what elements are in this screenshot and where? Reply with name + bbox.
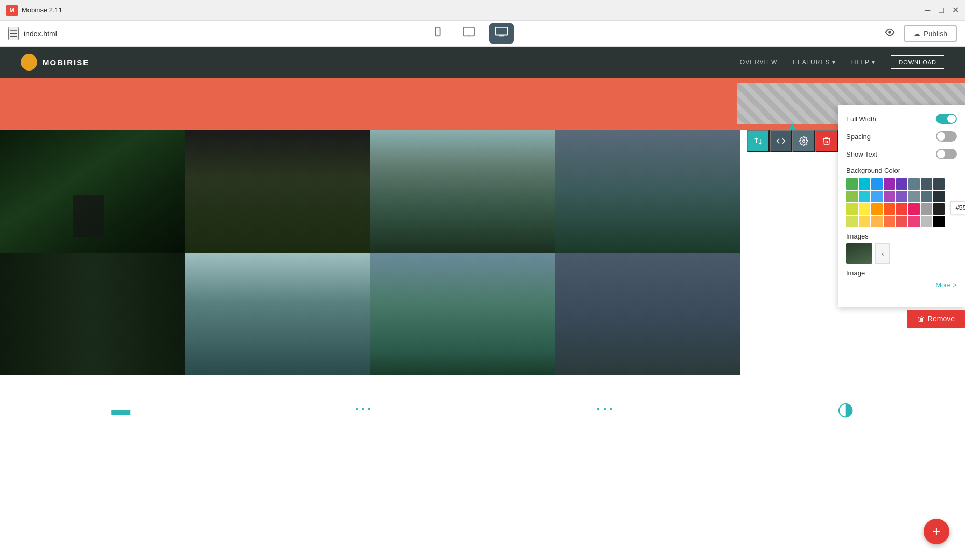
- remove-button[interactable]: 🗑 Remove: [907, 310, 965, 328]
- toolbar-left: ☰ index.html: [8, 27, 57, 40]
- publish-icon: ☁: [913, 30, 920, 38]
- delete-button[interactable]: [815, 130, 838, 152]
- show-text-label: Show Text: [846, 150, 877, 158]
- photo-cell-6: [185, 253, 370, 375]
- site-nav-links: OVERVIEW FEATURES ▾ HELP ▾ DOWNLOAD: [740, 55, 944, 69]
- mobile-view-button[interactable]: [427, 23, 449, 44]
- photo-cell-3: [370, 130, 555, 253]
- images-label: Images: [846, 232, 957, 240]
- color-swatch[interactable]: [859, 216, 870, 227]
- color-swatch[interactable]: [921, 203, 932, 215]
- color-swatch[interactable]: [933, 203, 945, 215]
- below-gallery: ▬ ⋯ ⋯ ◑: [0, 375, 965, 443]
- color-swatch[interactable]: [896, 216, 907, 227]
- fab-add-button[interactable]: +: [924, 519, 949, 544]
- photo-image-8: [555, 253, 740, 375]
- spacing-label: Spacing: [846, 133, 871, 141]
- color-swatch[interactable]: [846, 178, 858, 190]
- color-swatch[interactable]: [859, 178, 870, 190]
- photo-image-3: [370, 130, 555, 253]
- color-swatch[interactable]: [871, 191, 883, 202]
- desktop-view-button[interactable]: [489, 23, 514, 44]
- photo-cell-8: [555, 253, 740, 375]
- color-swatch[interactable]: [846, 216, 858, 227]
- spacing-setting: Spacing: [846, 131, 957, 142]
- show-text-toggle[interactable]: [936, 149, 957, 159]
- color-swatch[interactable]: [846, 203, 858, 215]
- color-swatch[interactable]: [884, 191, 895, 202]
- svg-point-7: [888, 31, 891, 34]
- publish-label: Publish: [924, 30, 947, 38]
- show-text-setting: Show Text: [846, 149, 957, 159]
- teal-icon-4: ◑: [837, 398, 854, 420]
- close-button[interactable]: ✕: [952, 5, 959, 15]
- publish-button[interactable]: ☁ Publish: [904, 25, 957, 42]
- color-swatch[interactable]: [871, 203, 883, 215]
- code-button[interactable]: [770, 130, 792, 152]
- color-swatch[interactable]: [921, 191, 932, 202]
- color-swatch[interactable]: [933, 178, 945, 190]
- svg-point-1: [438, 35, 439, 36]
- photo-image-1: [0, 130, 185, 253]
- window-controls: ─ □ ✕: [925, 5, 959, 15]
- main-toolbar: ☰ index.html ☁ Publish: [0, 21, 965, 47]
- app-logo: M: [6, 5, 18, 16]
- color-swatch[interactable]: [933, 216, 945, 227]
- icon-section-1: ▬: [111, 398, 130, 420]
- color-swatch[interactable]: [908, 178, 920, 190]
- bg-color-section: Background Color: [846, 166, 957, 227]
- color-swatch[interactable]: [884, 216, 895, 227]
- color-swatch[interactable]: [871, 216, 883, 227]
- device-switcher: [427, 23, 514, 44]
- color-swatch[interactable]: [884, 178, 895, 190]
- reorder-button[interactable]: [747, 130, 770, 152]
- color-swatch[interactable]: [908, 216, 920, 227]
- file-name: index.html: [24, 30, 57, 38]
- settings-button[interactable]: [792, 130, 815, 152]
- color-swatch[interactable]: [896, 203, 907, 215]
- nav-download[interactable]: DOWNLOAD: [891, 55, 944, 69]
- nav-help[interactable]: HELP ▾: [851, 59, 875, 66]
- minimize-button[interactable]: ─: [925, 5, 930, 15]
- images-row: ‹: [846, 243, 957, 264]
- color-swatch[interactable]: [859, 203, 870, 215]
- color-swatch[interactable]: [896, 191, 907, 202]
- title-bar-left: M Mobirise 2.11: [6, 5, 62, 16]
- photo-cell-2: [185, 130, 370, 253]
- spacing-toggle[interactable]: [936, 131, 957, 142]
- photo-cell-1: [0, 130, 185, 253]
- color-swatch[interactable]: [884, 203, 895, 215]
- color-swatch[interactable]: [908, 191, 920, 202]
- prev-arrow[interactable]: ‹: [875, 243, 890, 264]
- more-link[interactable]: More >: [846, 281, 957, 289]
- nav-overview[interactable]: OVERVIEW: [740, 59, 777, 66]
- full-width-toggle[interactable]: [936, 114, 957, 124]
- photo-image-4: [555, 130, 740, 253]
- color-swatch[interactable]: [871, 178, 883, 190]
- remove-label: Remove: [928, 315, 955, 323]
- maximize-button[interactable]: □: [939, 5, 944, 15]
- full-width-label: Full Width: [846, 115, 876, 123]
- color-swatch[interactable]: [921, 178, 932, 190]
- teal-icon-3: ⋯: [595, 398, 614, 420]
- photo-gallery-row2: [0, 253, 742, 375]
- teal-icon-2: ⋯: [354, 398, 372, 420]
- image-thumbnail: [846, 243, 872, 264]
- color-swatch[interactable]: [846, 191, 858, 202]
- photo-image-2: [185, 130, 370, 253]
- color-swatch[interactable]: [896, 178, 907, 190]
- photo-image-5: [0, 253, 185, 375]
- nav-features[interactable]: FEATURES ▾: [793, 59, 835, 66]
- hero-section: [0, 78, 965, 130]
- color-swatch[interactable]: [921, 216, 932, 227]
- color-swatch[interactable]: [859, 191, 870, 202]
- preview-button[interactable]: [884, 26, 896, 40]
- color-swatch[interactable]: [908, 203, 920, 215]
- color-swatch[interactable]: [933, 191, 945, 202]
- photo-gallery-row1: [0, 130, 742, 253]
- photo-image-6: [185, 253, 370, 375]
- site-navbar: MOBIRISE OVERVIEW FEATURES ▾ HELP ▾ DOWN…: [0, 47, 965, 78]
- site-name: MOBIRISE: [43, 58, 89, 67]
- hamburger-menu[interactable]: ☰: [8, 27, 19, 40]
- tablet-view-button[interactable]: [457, 23, 481, 44]
